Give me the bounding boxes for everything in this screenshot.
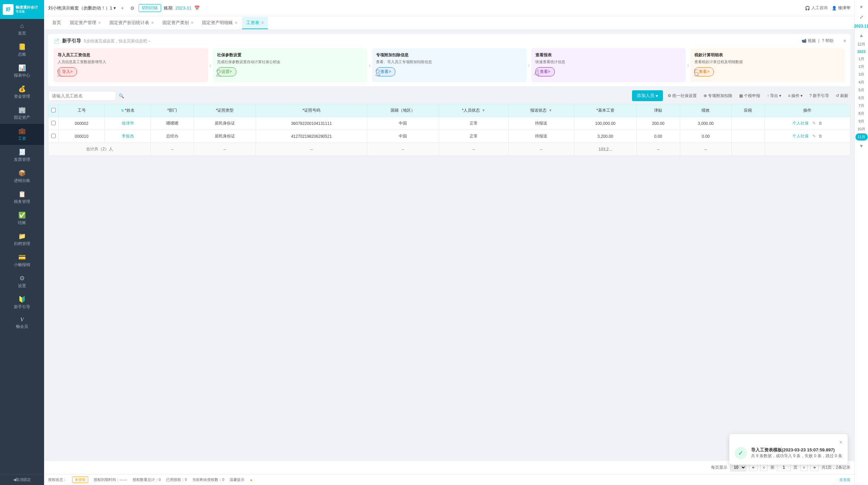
sidebar-item-fixed-assets[interactable]: 🏢 固定资产 [0,103,44,124]
month-12[interactable]: 12月 [855,41,868,48]
edit-icon[interactable]: ✎ [812,134,816,138]
tab-fixed-category[interactable]: 固定资产类别 × [158,17,197,29]
report-status-filter-icon[interactable]: ▼ [549,108,552,112]
delete-icon[interactable]: 🗑 [818,134,823,138]
prev-page-btn[interactable]: ‹ [760,464,768,471]
employee-id-type: 居民身份证 [194,117,256,130]
month-1[interactable]: 1月 [855,55,868,62]
page-input[interactable] [777,464,791,471]
search-input[interactable] [48,91,116,101]
month-10[interactable]: 10月 [855,126,868,133]
employee-name[interactable]: 徐泽华 [105,117,151,130]
tab-depreciation[interactable]: 固定资产折旧统计表 × [105,17,158,29]
personal-insurance-link[interactable]: 个人社保 [792,134,809,138]
export-btn[interactable]: ↑ 导出 ▾ [765,92,783,100]
month-3[interactable]: 3月 [855,71,868,78]
employee-allowance: 200.00 [636,117,680,130]
tab-home[interactable]: 首页 [48,17,65,29]
charge-btn[interactable]: 去充值 [839,477,850,482]
employee-performance: 0.00 [680,130,731,143]
sidebar-item-payroll[interactable]: 💼 工资 [0,124,44,145]
guide-help-btn[interactable]: ? 新手引导 [807,92,831,100]
month-2[interactable]: 2月 [855,63,868,70]
add-person-btn[interactable]: 添加人员 ▾ [632,90,663,101]
sidebar-item-settle[interactable]: ✅ 结账 [0,208,44,229]
month-5[interactable]: 5月 [855,87,868,94]
special-deduction-btn[interactable]: ⊕ 专项附加扣除 [702,92,734,100]
right-panel-expand-btn[interactable]: ⤢ [858,13,865,21]
th-name[interactable]: ⇅ *姓名 [105,104,151,117]
status-filter-icon[interactable]: ▼ [482,108,486,112]
row-checkbox[interactable] [51,121,56,125]
account-selector[interactable]: 刘小艳演示账套（勿删勿动！）1 ▾ [48,5,116,11]
help-link[interactable]: ? 帮助 [822,38,833,43]
close-salary-tab[interactable]: × [261,20,264,25]
guide-close-btn[interactable]: × [843,38,846,44]
month-11[interactable]: 11月 [855,133,868,141]
operations-btn[interactable]: ≡ 操作 ▾ [786,92,805,100]
account-name: 刘小艳演示账套（勿删勿动！）1 [48,5,112,11]
tab-fixed-detail[interactable]: 固定资产明细账 × [198,17,241,29]
calendar-icon[interactable]: 📅 [194,5,200,11]
sidebar-item-reports[interactable]: 📊 报表中心 [0,61,44,82]
employee-name-link[interactable]: 徐泽华 [122,121,134,126]
settings-btn[interactable]: ⚙ [129,4,136,12]
guide-title-text: 新手引导 [62,38,81,44]
sidebar-item-funds[interactable]: 💰 资金管理 [0,82,44,103]
close-fixed-category-tab[interactable]: × [191,20,193,25]
scroll-up-btn[interactable]: ▲ [858,31,865,39]
close-depreciation-tab[interactable]: × [151,20,154,25]
right-panel-close-btn[interactable]: × [859,3,864,12]
employee-id-num: 412702198206290521 [256,130,367,143]
cancel-fixed-label: ◀ [13,478,16,482]
sidebar-item-tax[interactable]: 📋 税务管理 [0,187,44,208]
sidebar-item-expense[interactable]: 💳 小畅报销 [0,250,44,271]
row-checkbox[interactable] [51,134,56,138]
tab-salary[interactable]: 工资表 × [242,17,268,29]
user-menu[interactable]: 👤 徐泽华 [832,5,850,11]
month-8[interactable]: 8月 [855,110,868,117]
tax-report-icon: ▦ [739,93,743,98]
scroll-down-btn[interactable]: ▼ [858,142,865,150]
close-fixed-detail-tab[interactable]: × [235,20,237,25]
step-arrow-1: › [208,48,213,82]
month-7[interactable]: 7月 [855,102,868,109]
sidebar-item-settings[interactable]: ⚙ 设置 [0,271,44,292]
guide-links: 📹 视频 | ? 帮助 [802,38,833,44]
tab-fixed-assets[interactable]: 固定资产管理 × [66,17,105,29]
sidebar-item-member[interactable]: V 畅会员 [0,313,44,333]
toast-close-btn[interactable]: × [840,440,842,445]
select-all-checkbox[interactable] [51,108,56,112]
next-page-btn[interactable]: › [800,464,808,471]
close-fixed-assets-tab[interactable]: × [98,20,101,25]
service-btn[interactable]: 🎧 人工咨询 [805,5,828,11]
cancel-fixed-btn[interactable]: ◀ 取消固定 [0,474,44,485]
tax-report-btn[interactable]: ▦ 个税申报 [737,92,762,100]
first-page-btn[interactable]: « [749,464,757,471]
add-account-btn[interactable]: ＋ [119,4,126,13]
refresh-label: 刷新 [840,93,848,99]
sidebar-item-invoicing[interactable]: 🧾 发票管理 [0,145,44,166]
employee-name[interactable]: 李俊杰 [105,130,151,143]
personal-insurance-link[interactable]: 个人社保 [792,121,809,126]
sidebar-item-purchase-sales[interactable]: 📦 进销台账 [0,166,44,187]
funds-icon: 💰 [18,85,26,93]
last-page-btn[interactable]: » [810,464,819,471]
refresh-btn[interactable]: ↺ 刷新 [834,92,850,100]
month-4[interactable]: 4月 [855,79,868,86]
sidebar-item-home[interactable]: ⌂ 首页 [0,19,44,40]
th-status[interactable]: *人员状态 ▼ [439,104,509,117]
sidebar-item-ledger[interactable]: 📒 总账 [0,40,44,61]
switch-version-btn[interactable]: 切到旧版 [139,4,161,12]
th-report-status[interactable]: 报送状态 ▼ [508,104,574,117]
search-icon[interactable]: 🔍 [119,93,124,98]
month-9[interactable]: 9月 [855,118,868,125]
delete-icon[interactable]: 🗑 [818,121,823,126]
sidebar-item-guide[interactable]: 🔰 新手引导 [0,292,44,313]
sidebar-item-archive[interactable]: 📁 归档管理 [0,229,44,250]
video-link[interactable]: 📹 视频 [802,38,816,43]
month-6[interactable]: 6月 [855,94,868,101]
edit-icon[interactable]: ✎ [812,121,816,126]
employee-name-link[interactable]: 李俊杰 [122,134,134,138]
social-insurance-btn[interactable]: ⚙ 统一社保设置 [666,92,699,100]
